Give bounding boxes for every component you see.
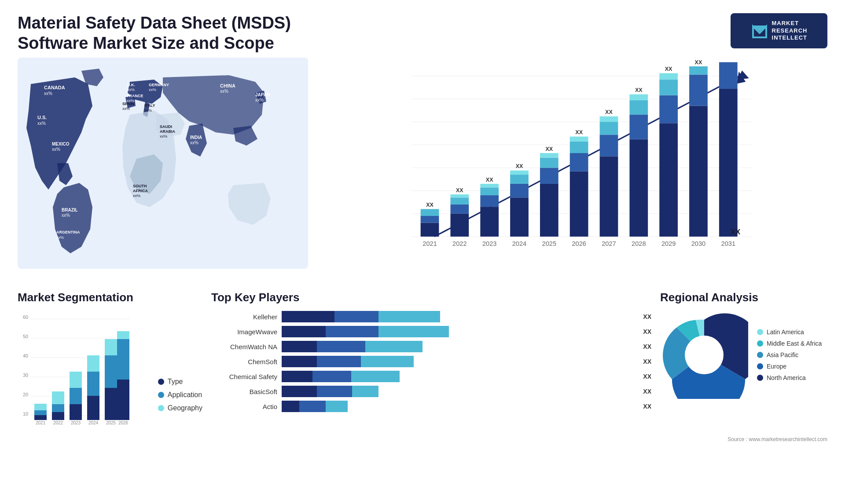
svg-text:xx%: xx% — [190, 140, 198, 145]
svg-text:AFRICA: AFRICA — [133, 189, 148, 193]
player-xx: XX — [643, 388, 651, 395]
svg-text:xx%: xx% — [37, 121, 46, 126]
svg-rect-54 — [450, 194, 469, 197]
player-name: ChemSoft — [211, 358, 277, 365]
player-xx: XX — [643, 403, 651, 410]
svg-rect-64 — [510, 184, 529, 197]
svg-text:2025: 2025 — [542, 240, 556, 247]
svg-text:BRAZIL: BRAZIL — [62, 208, 78, 212]
svg-text:XX: XX — [516, 164, 523, 170]
region-north-america: North America — [757, 374, 822, 381]
bar-chart-svg: 2021 XX 2022 XX 2023 XX 2024 XX — [317, 58, 827, 269]
main-content: CANADA xx% U.S. xx% MEXICO xx% BRAZIL xx… — [0, 58, 845, 278]
svg-rect-104 — [719, 89, 738, 237]
svg-rect-66 — [510, 171, 529, 175]
bar-seg1 — [282, 311, 334, 322]
player-bar-container — [282, 311, 635, 322]
svg-text:2025: 2025 — [106, 420, 116, 425]
svg-text:SPAIN: SPAIN — [122, 102, 134, 106]
svg-text:50: 50 — [23, 334, 28, 339]
header: Material Safety Data Sheet (MSDS) Softwa… — [0, 0, 845, 58]
players-section: Top Key Players Kelleher XX ImageWwave — [211, 291, 651, 425]
svg-rect-133 — [87, 372, 99, 396]
player-xx: XX — [643, 373, 651, 380]
svg-rect-140 — [117, 380, 129, 420]
svg-text:XX: XX — [456, 187, 463, 194]
svg-text:XX: XX — [695, 59, 702, 66]
bottom-section: Market Segmentation 60 50 40 30 20 10 — [0, 282, 845, 434]
svg-text:xx%: xx% — [62, 213, 70, 218]
source-text: Source : www.marketresearchintellect.com — [0, 434, 845, 445]
svg-text:2026: 2026 — [118, 420, 129, 425]
player-xx: XX — [643, 358, 651, 365]
type-dot — [158, 379, 164, 385]
player-row: BasicSoft XX — [211, 386, 651, 397]
player-bar — [282, 356, 635, 367]
player-row: Chemical Safety XX — [211, 371, 651, 382]
svg-point-144 — [685, 336, 724, 374]
svg-text:xx%: xx% — [52, 147, 60, 152]
svg-rect-90 — [629, 95, 648, 101]
middle-east-dot — [757, 340, 763, 347]
player-xx: XX — [643, 343, 651, 350]
europe-label: Europe — [767, 363, 786, 370]
bar-seg3 — [351, 371, 400, 382]
svg-text:2031: 2031 — [721, 240, 735, 247]
seg-chart-svg: 60 50 40 30 20 10 — [18, 311, 132, 425]
svg-text:2021: 2021 — [422, 240, 437, 247]
player-name: Kelleher — [211, 313, 277, 321]
application-label: Application — [168, 391, 202, 399]
svg-rect-141 — [117, 339, 129, 380]
region-middle-east: Middle East & Africa — [757, 340, 822, 347]
application-dot — [158, 392, 164, 398]
svg-rect-52 — [450, 205, 469, 214]
svg-text:U.S.: U.S. — [37, 115, 47, 120]
bar-seg2 — [299, 401, 326, 412]
bar-seg2 — [317, 356, 361, 367]
player-bar — [282, 371, 635, 382]
svg-text:XX: XX — [635, 87, 643, 93]
player-bar — [282, 326, 635, 337]
bar-seg3 — [365, 341, 422, 352]
svg-text:2022: 2022 — [53, 420, 63, 425]
svg-rect-82 — [600, 135, 618, 156]
svg-text:GERMANY: GERMANY — [149, 83, 169, 87]
player-bar — [282, 386, 635, 397]
bar-seg1 — [282, 386, 317, 397]
svg-rect-53 — [450, 197, 469, 205]
svg-rect-142 — [117, 331, 129, 339]
svg-text:10: 10 — [23, 411, 28, 416]
player-bar-container — [282, 326, 635, 337]
regional-section: Regional Analysis — [660, 291, 827, 425]
svg-text:2021: 2021 — [36, 420, 46, 425]
player-bar-container — [282, 341, 635, 352]
region-europe: Europe — [757, 363, 822, 370]
player-row: ChemSoft XX — [211, 356, 651, 367]
players-title: Top Key Players — [211, 291, 651, 304]
svg-text:2022: 2022 — [452, 240, 467, 247]
type-label: Type — [168, 378, 183, 386]
svg-text:XX: XX — [486, 177, 493, 183]
svg-rect-78 — [570, 137, 588, 142]
asia-pacific-dot — [757, 352, 763, 358]
bar-seg1 — [282, 356, 317, 367]
donut-container: Latin America Middle East & Africa Asia … — [660, 311, 827, 399]
svg-rect-89 — [629, 100, 648, 114]
svg-rect-84 — [600, 117, 618, 122]
asia-pacific-label: Asia Pacific — [767, 351, 798, 358]
svg-rect-47 — [421, 216, 439, 223]
svg-text:xx%: xx% — [220, 89, 228, 94]
svg-text:2027: 2027 — [602, 240, 616, 247]
player-bar-container — [282, 401, 635, 412]
bar-seg3 — [326, 401, 348, 412]
svg-rect-57 — [480, 207, 499, 237]
player-bar-container — [282, 356, 635, 367]
svg-rect-120 — [34, 415, 47, 420]
segmentation-section: Market Segmentation 60 50 40 30 20 10 — [18, 291, 202, 425]
svg-rect-99 — [689, 106, 708, 237]
player-name: BasicSoft — [211, 388, 277, 395]
logo-icon — [751, 22, 768, 40]
geography-dot — [158, 405, 164, 411]
svg-rect-93 — [659, 123, 678, 237]
svg-rect-136 — [105, 388, 117, 420]
